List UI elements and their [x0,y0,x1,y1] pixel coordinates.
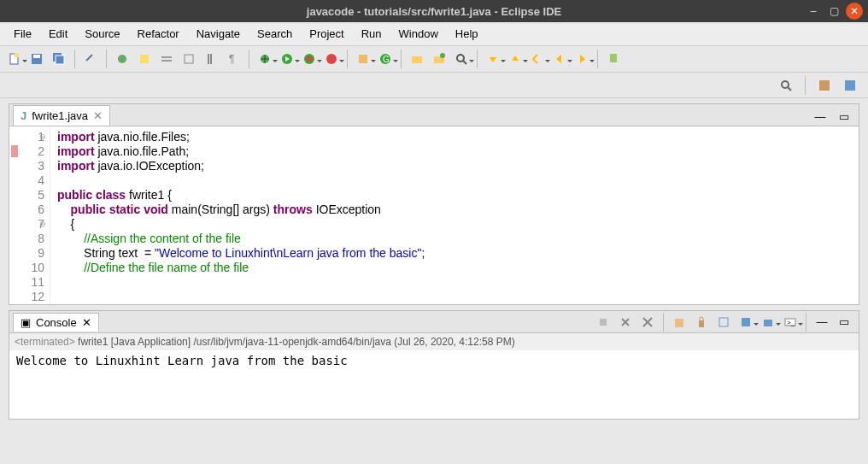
line-number-gutter: 1⊖234567⊖89101112 [9,126,50,304]
new-java-button[interactable] [354,50,372,68]
svg-rect-11 [208,54,209,64]
console-tab-bar: ▣ Console ✕ >_ — ▭ [9,311,859,333]
svg-rect-12 [210,54,212,64]
close-button[interactable]: ✕ [846,3,863,20]
svg-marker-30 [580,55,585,63]
save-all-button[interactable] [50,50,68,68]
menu-project[interactable]: Project [301,24,352,44]
open-console-button[interactable]: >_ [781,313,800,332]
toggle-breadcrumb-button[interactable] [157,50,176,68]
block-select-button[interactable] [202,50,220,68]
menu-edit[interactable]: Edit [40,24,76,44]
menu-run[interactable]: Run [353,24,390,44]
editor-maximize-icon[interactable]: ▭ [835,107,853,126]
console-terminated-label: <terminated> [15,336,75,348]
menu-refactor[interactable]: Refactor [129,24,188,44]
scroll-lock-button[interactable] [692,313,711,332]
editor-tab-close-icon[interactable]: ✕ [93,109,103,122]
svg-marker-28 [512,56,519,61]
menu-help[interactable]: Help [447,24,487,44]
open-perspective-button[interactable] [815,76,834,95]
console-icon: ▣ [21,316,31,329]
remove-all-button[interactable] [638,313,657,332]
editor-tab-fwrite1[interactable]: J fwrite1.java ✕ [13,105,110,126]
console-tab-label: Console [36,316,77,329]
show-whitespace-button[interactable]: ¶ [224,50,243,68]
pin-editor-button[interactable] [604,50,623,68]
highlight-button[interactable] [135,50,154,68]
svg-text:>_: >_ [787,319,795,326]
menu-navigate[interactable]: Navigate [188,24,249,44]
svg-point-19 [326,54,337,64]
svg-rect-7 [140,55,149,63]
remove-launch-button[interactable] [616,313,635,332]
search-button[interactable] [452,50,471,68]
window-controls: – ▢ ✕ [805,3,863,20]
new-package-button[interactable]: G [376,50,395,68]
save-button[interactable] [27,50,46,68]
svg-text:¶: ¶ [229,53,234,65]
maximize-button[interactable]: ▢ [825,3,842,20]
svg-rect-35 [600,319,607,326]
perspective-bar [0,73,868,98]
svg-text:G: G [383,55,390,64]
debug-skip-button[interactable] [113,50,132,68]
link-button[interactable] [81,50,100,68]
last-edit-button[interactable] [528,50,547,68]
svg-rect-39 [742,318,750,326]
code-editor[interactable]: 1⊖234567⊖89101112 import java.nio.file.F… [9,126,859,304]
quick-access-search-icon[interactable] [777,76,795,95]
console-status-text: fwrite1 [Java Application] /usr/lib/jvm/… [75,336,515,348]
console-tab[interactable]: ▣ Console ✕ [13,313,99,332]
window-title: javacode - tutorials/src/fwrite1.java - … [307,5,561,18]
svg-rect-18 [307,56,312,62]
editor-minimize-icon[interactable]: — [811,107,830,126]
svg-rect-20 [359,55,367,63]
forward-button[interactable] [572,50,591,68]
terminate-disabled-icon [594,313,613,332]
svg-marker-29 [556,55,561,63]
title-bar: javacode - tutorials/src/fwrite1.java - … [0,0,868,22]
console-maximize-icon[interactable]: ▭ [835,313,853,332]
svg-rect-38 [719,318,728,326]
menu-source[interactable]: Source [76,24,128,44]
svg-rect-33 [819,80,830,91]
console-status-line: <terminated> fwrite1 [Java Application] … [9,333,859,350]
open-type-button[interactable] [408,50,426,68]
next-annotation-button[interactable] [484,50,502,68]
svg-point-25 [440,53,445,58]
new-button[interactable] [5,50,24,68]
open-task-button[interactable] [430,50,449,68]
svg-rect-10 [185,55,193,63]
editor-tab-bar: J fwrite1.java ✕ — ▭ [9,104,859,126]
minimize-button[interactable]: – [805,3,822,20]
coverage-button[interactable] [300,50,319,68]
run-last-button[interactable] [322,50,341,68]
svg-rect-31 [610,54,617,62]
console-view: ▣ Console ✕ >_ — ▭ <terminated> fwrite1 … [9,310,859,420]
console-tab-close-icon[interactable]: ✕ [82,316,91,329]
console-minimize-icon[interactable]: — [812,313,831,332]
svg-point-26 [457,55,464,62]
code-content[interactable]: import java.nio.file.Files;import java.n… [50,126,859,304]
debug-button[interactable] [255,50,274,68]
display-console-button[interactable] [759,313,777,332]
java-perspective-button[interactable] [841,76,859,95]
editor-tab-label: fwrite1.java [32,109,88,122]
run-button[interactable] [278,50,296,68]
clear-console-button[interactable] [670,313,689,332]
menu-window[interactable]: Window [390,24,447,44]
toggle-mark-button[interactable] [179,50,198,68]
word-wrap-button[interactable] [714,313,733,332]
svg-rect-36 [675,319,683,327]
svg-rect-40 [764,320,772,326]
svg-rect-37 [699,320,704,327]
prev-annotation-button[interactable] [506,50,525,68]
svg-rect-23 [412,56,422,63]
menu-search[interactable]: Search [249,24,301,44]
console-output[interactable]: Welcome to Linuxhint Learn java from the… [9,350,859,419]
pin-console-button[interactable] [736,313,755,332]
back-button[interactable] [550,50,569,68]
menu-file[interactable]: File [5,24,40,44]
menu-bar: File Edit Source Refactor Navigate Searc… [0,22,868,46]
